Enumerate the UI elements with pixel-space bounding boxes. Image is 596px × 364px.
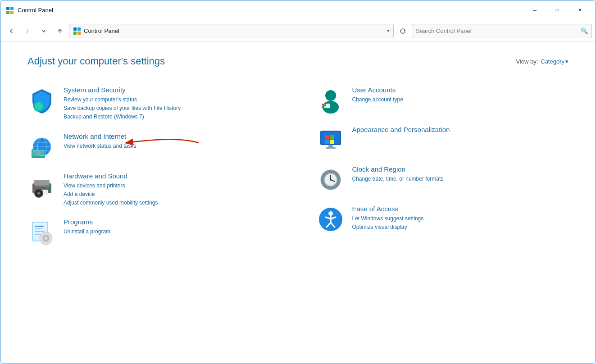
category-ease-of-access[interactable]: Ease of Access Let Windows suggest setti… xyxy=(316,200,569,239)
svg-rect-1 xyxy=(10,7,14,10)
svg-rect-50 xyxy=(330,140,334,144)
view-by-control: View by: Category ▾ xyxy=(516,58,569,65)
appearance-text: Appearance and Personalization xyxy=(352,126,450,135)
svg-rect-32 xyxy=(35,231,45,232)
network-internet-text: Network and Internet View network status… xyxy=(64,132,136,150)
appearance-title[interactable]: Appearance and Personalization xyxy=(352,126,450,133)
hardware-sound-link-3[interactable]: Adjust commonly used mobility settings xyxy=(64,199,158,207)
svg-point-23 xyxy=(46,185,49,188)
clock-region-link-1[interactable]: Change date, time, or number formats xyxy=(352,175,444,183)
svg-rect-21 xyxy=(34,180,50,185)
view-by-value[interactable]: Category ▾ xyxy=(541,58,569,65)
system-security-text: System and Security Review your computer… xyxy=(64,86,181,122)
navigation-bar: Control Panel ▾ 🔍 xyxy=(0,20,596,42)
network-internet-icon xyxy=(27,132,56,161)
ease-of-access-title[interactable]: Ease of Access xyxy=(352,205,424,213)
back-button[interactable] xyxy=(4,24,18,38)
address-bar-icon xyxy=(73,27,81,35)
ease-of-access-link-1[interactable]: Let Windows suggest settings xyxy=(352,214,424,223)
svg-rect-0 xyxy=(6,7,9,10)
hardware-sound-icon xyxy=(27,172,56,201)
ease-of-access-link-2[interactable]: Optimize visual display xyxy=(352,223,424,232)
hardware-sound-title[interactable]: Hardware and Sound xyxy=(64,172,158,180)
category-clock-region[interactable]: Clock and Region Change date, time, or n… xyxy=(316,160,569,200)
window-icon xyxy=(6,6,14,14)
network-internet-link-1[interactable]: View network status and tasks xyxy=(64,142,136,150)
programs-icon xyxy=(27,218,56,247)
svg-rect-6 xyxy=(73,32,77,35)
user-accounts-title[interactable]: User Accounts xyxy=(352,86,403,94)
system-security-link-2[interactable]: Save backup copies of your files with Fi… xyxy=(64,104,181,113)
left-column: System and Security Review your computer… xyxy=(27,81,298,252)
category-network-internet[interactable]: Network and Internet View network status… xyxy=(27,127,280,167)
search-input[interactable] xyxy=(416,27,578,34)
svg-rect-47 xyxy=(325,135,329,139)
hardware-sound-text: Hardware and Sound View devices and prin… xyxy=(64,172,158,208)
title-bar: Control Panel ─ □ ✕ xyxy=(0,0,596,20)
view-by-chevron-icon: ▾ xyxy=(565,58,569,65)
window-title: Control Panel xyxy=(18,7,524,14)
svg-point-37 xyxy=(45,237,47,240)
ease-of-access-text: Ease of Access Let Windows suggest setti… xyxy=(352,205,424,232)
ease-of-access-icon xyxy=(316,205,345,234)
svg-rect-30 xyxy=(35,226,44,227)
category-programs[interactable]: Programs Uninstall a program xyxy=(27,213,280,252)
categories-grid: System and Security Review your computer… xyxy=(27,81,569,252)
minimize-button[interactable]: ─ xyxy=(524,3,545,18)
svg-rect-4 xyxy=(73,27,77,31)
svg-rect-3 xyxy=(10,11,14,14)
svg-rect-52 xyxy=(326,147,336,149)
clock-region-title[interactable]: Clock and Region xyxy=(352,165,444,173)
clock-region-text: Clock and Region Change date, time, or n… xyxy=(352,165,444,183)
page-title: Adjust your computer's settings xyxy=(27,55,165,67)
close-button[interactable]: ✕ xyxy=(569,3,590,18)
svg-rect-43 xyxy=(322,106,323,108)
address-dropdown-icon[interactable]: ▾ xyxy=(387,28,390,34)
appearance-icon xyxy=(316,126,345,155)
user-accounts-text: User Accounts Change account type xyxy=(352,86,403,104)
recent-locations-button[interactable] xyxy=(36,24,51,38)
svg-point-9 xyxy=(35,102,43,110)
svg-point-38 xyxy=(325,90,336,101)
right-column: User Accounts Change account type xyxy=(298,81,569,252)
programs-link-1[interactable]: Uninstall a program xyxy=(64,228,110,236)
maximize-button[interactable]: □ xyxy=(547,3,568,18)
category-appearance[interactable]: Appearance and Personalization xyxy=(316,120,569,160)
main-content: Adjust your computer's settings View by:… xyxy=(0,42,596,364)
system-security-icon xyxy=(27,86,56,115)
svg-point-27 xyxy=(38,192,40,194)
address-bar[interactable]: Control Panel ▾ xyxy=(69,24,394,38)
control-panel-window: Control Panel ─ □ ✕ Contro xyxy=(0,0,596,364)
category-hardware-sound[interactable]: Hardware and Sound View devices and prin… xyxy=(27,167,280,213)
system-security-link-3[interactable]: Backup and Restore (Windows 7) xyxy=(64,113,181,121)
svg-rect-51 xyxy=(328,145,333,147)
search-icon[interactable]: 🔍 xyxy=(581,27,588,34)
category-user-accounts[interactable]: User Accounts Change account type xyxy=(316,81,569,120)
search-bar[interactable]: 🔍 xyxy=(412,24,592,38)
address-text: Control Panel xyxy=(84,27,384,34)
programs-title[interactable]: Programs xyxy=(64,218,110,226)
programs-text: Programs Uninstall a program xyxy=(64,218,110,236)
svg-rect-41 xyxy=(322,104,323,105)
user-accounts-link-1[interactable]: Change account type xyxy=(352,96,403,104)
hardware-sound-link-2[interactable]: Add a device xyxy=(64,190,158,199)
svg-rect-2 xyxy=(6,11,9,14)
system-security-link-1[interactable]: Review your computer's status xyxy=(64,96,181,104)
view-by-label: View by: xyxy=(516,58,538,65)
refresh-button[interactable] xyxy=(396,24,410,38)
up-button[interactable] xyxy=(53,24,67,38)
svg-rect-49 xyxy=(325,140,329,144)
system-security-title[interactable]: System and Security xyxy=(64,86,181,94)
hardware-sound-link-1[interactable]: View devices and printers xyxy=(64,182,158,190)
forward-button[interactable] xyxy=(20,24,35,38)
svg-rect-44 xyxy=(324,106,326,108)
user-accounts-icon xyxy=(316,86,345,115)
svg-point-61 xyxy=(330,179,332,181)
svg-rect-7 xyxy=(77,32,81,35)
network-internet-title[interactable]: Network and Internet xyxy=(64,132,136,140)
svg-rect-42 xyxy=(324,104,326,105)
category-system-security[interactable]: System and Security Review your computer… xyxy=(27,81,280,127)
svg-rect-5 xyxy=(77,27,81,31)
svg-rect-31 xyxy=(35,228,43,229)
svg-rect-48 xyxy=(330,135,334,139)
